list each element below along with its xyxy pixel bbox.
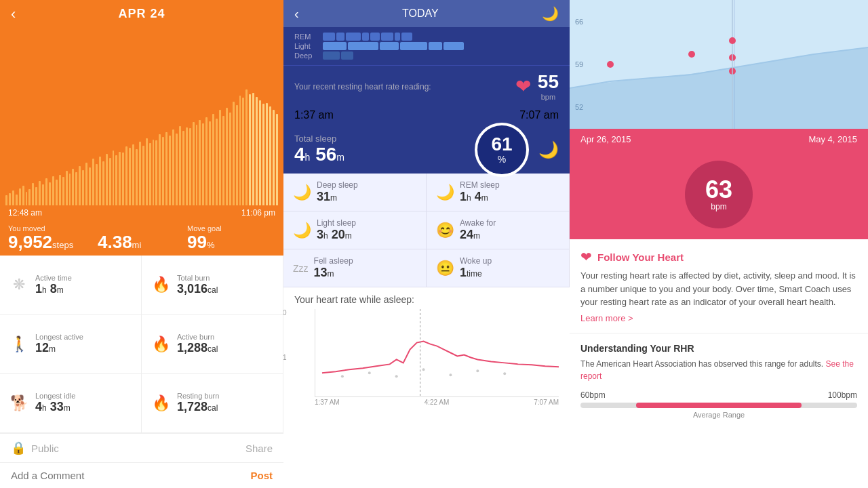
- bar-29: [102, 161, 104, 205]
- middle-panel: ‹ TODAY 🌙 REM Light: [283, 0, 570, 488]
- bar-68: [233, 102, 235, 205]
- time-end: 11:06 pm: [241, 208, 275, 218]
- sleep-header: ‹ TODAY 🌙: [283, 0, 570, 27]
- total-burn-label: Total burn: [177, 274, 218, 282]
- bar-12: [45, 178, 47, 205]
- bar-10: [39, 181, 41, 205]
- rhr-chart-area: 66 59 52: [570, 0, 868, 129]
- bar-48: [165, 132, 167, 205]
- follow-heart-icon: ❤: [580, 249, 592, 265]
- bar-27: [96, 164, 98, 205]
- move-goal-label: Move goal: [187, 224, 275, 232]
- comment-bar: Post: [0, 462, 283, 488]
- follow-heart-body: Your resting heart rate is affected by d…: [580, 269, 857, 309]
- bar-42: [146, 138, 148, 205]
- back-arrow-icon[interactable]: ‹: [11, 5, 16, 23]
- bar-4: [19, 188, 21, 205]
- bar-31: [109, 158, 111, 205]
- bar-59: [202, 123, 204, 205]
- bar-19: [69, 174, 71, 205]
- fell-asleep-icon: Zzz: [293, 263, 309, 274]
- bar-79: [269, 106, 271, 205]
- deep-stage-row: Deep: [294, 52, 559, 60]
- sleep-moon-icon: 🌙: [542, 5, 559, 22]
- date-range-end: May 4, 2015: [808, 134, 857, 144]
- longest-idle-value: 4h 33m: [35, 400, 75, 414]
- bar-58: [199, 120, 201, 205]
- bar-11: [42, 184, 44, 205]
- bar-70: [239, 96, 241, 205]
- hr-chart: [315, 309, 559, 397]
- bar-30: [106, 154, 108, 205]
- rhr-text: Your recent resting heart rate reading:: [294, 82, 431, 92]
- bar-2: [12, 190, 14, 205]
- bpm-value: 63: [705, 178, 732, 202]
- resting-burn-label: Resting burn: [177, 392, 219, 400]
- steps-label: You moved: [8, 224, 96, 232]
- bar-14: [52, 176, 54, 205]
- learn-more-link[interactable]: Learn more >: [580, 313, 857, 323]
- bar-17: [62, 177, 64, 205]
- miles-stat: 4.38mi: [98, 224, 186, 252]
- range-track: [580, 403, 857, 408]
- resting-burn-icon: 🔥: [150, 392, 172, 414]
- public-share-bar: 🔒 Public Share: [0, 433, 283, 462]
- bar-20: [72, 169, 74, 205]
- bar-35: [122, 152, 124, 205]
- deep-label: Deep: [294, 52, 319, 60]
- svg-point-0: [341, 375, 344, 378]
- bar-50: [172, 129, 174, 205]
- sleep-metrics-grid: 🌙 Deep sleep 31m 🌙 REM sleep 1h 4m 🌙 Lig…: [283, 174, 570, 287]
- bar-73: [249, 94, 251, 205]
- range-fill: [636, 403, 802, 408]
- bar-52: [179, 126, 181, 205]
- follow-heart-title: Follow Your Heart: [597, 251, 684, 263]
- bar-24: [85, 163, 87, 205]
- bar-1: [9, 193, 11, 205]
- total-burn-icon: 🔥: [150, 274, 172, 296]
- sleep-time-markers: 1:37 am 7:07 am: [283, 106, 570, 125]
- sleep-time-start: 1:37 am: [294, 109, 334, 121]
- bar-23: [82, 170, 84, 205]
- light-sleep-icon: 🌙: [293, 222, 311, 239]
- public-label: Public: [31, 443, 240, 454]
- bpm-circle: 63 bpm: [685, 161, 753, 228]
- woke-up-cell: 😐 Woke up 1time: [427, 249, 570, 287]
- post-button[interactable]: Post: [250, 470, 273, 481]
- active-burn-icon: 🔥: [150, 333, 172, 355]
- bar-3: [16, 195, 18, 205]
- total-sleep-label: Total sleep: [294, 134, 344, 144]
- move-goal-value: 99%: [187, 232, 275, 252]
- bar-18: [66, 171, 68, 205]
- move-goal-stat: Move goal 99%: [187, 224, 275, 252]
- hr-asleep-section: Your heart rate while asleep: 160 121 83: [283, 287, 570, 488]
- range-avg-label: Average Range: [580, 411, 857, 419]
- rhr-bpm-unit: bpm: [538, 93, 559, 101]
- bar-60: [205, 117, 208, 205]
- bar-6: [26, 192, 28, 205]
- longest-active-label: Longest active: [35, 333, 83, 341]
- bar-38: [132, 144, 134, 205]
- hr-x-labels: 1:37 AM 4:22 AM 7:07 AM: [315, 399, 559, 406]
- woke-up-icon: 😐: [436, 260, 454, 277]
- comment-input[interactable]: [11, 470, 250, 481]
- date-range-start: Apr 26, 2015: [580, 134, 631, 144]
- time-start: 12:48 am: [8, 208, 42, 218]
- lock-icon: 🔒: [11, 441, 26, 455]
- bar-51: [176, 134, 178, 205]
- bar-13: [49, 182, 51, 205]
- metrics-grid: ❋ Active time 1h 8m 🔥 Total burn 3,016ca…: [0, 256, 283, 433]
- bar-55: [189, 128, 191, 205]
- steps-stat: You moved 9,952steps: [8, 224, 96, 252]
- longest-active-icon: 🚶: [8, 333, 30, 355]
- sleep-time-end: 7:07 am: [519, 109, 559, 121]
- share-label: Share: [245, 443, 273, 454]
- active-time-label: Active time: [35, 274, 72, 282]
- active-burn-value: 1,288cal: [177, 341, 218, 355]
- svg-point-8: [607, 61, 614, 68]
- svg-point-4: [449, 373, 452, 376]
- sleep-nav-left[interactable]: ‹: [294, 6, 299, 22]
- bar-9: [35, 187, 37, 205]
- total-burn-cell: 🔥 Total burn 3,016cal: [142, 256, 283, 314]
- rem-stage-row: REM: [294, 33, 559, 41]
